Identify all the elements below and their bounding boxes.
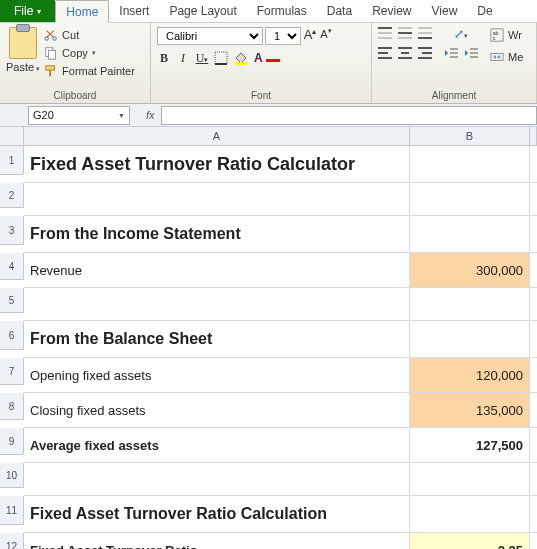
svg-rect-9	[266, 59, 280, 62]
align-center-button[interactable]	[398, 47, 412, 63]
format-painter-button[interactable]: Format Painter	[44, 63, 135, 79]
font-size-select[interactable]: 11	[265, 27, 301, 45]
chevron-down-icon[interactable]: ▼	[118, 112, 125, 119]
paintbrush-icon	[44, 64, 58, 78]
cell-b7[interactable]: 120,000	[410, 358, 530, 393]
merge-icon	[490, 50, 504, 64]
cell-a9[interactable]: Average fixed assets	[24, 428, 410, 463]
cell-c5[interactable]	[530, 288, 537, 321]
decrease-font-button[interactable]: A▾	[319, 27, 333, 43]
cell-a7[interactable]: Opening fixed assets	[24, 358, 410, 393]
align-top-button[interactable]	[378, 27, 392, 43]
cell-b10[interactable]	[410, 463, 530, 496]
cell-c2[interactable]	[530, 183, 537, 216]
increase-font-button[interactable]: A▴	[303, 27, 317, 43]
row-header[interactable]: 2	[0, 183, 24, 208]
copy-button[interactable]: Copy ▾	[44, 45, 135, 61]
increase-indent-button[interactable]	[464, 47, 478, 63]
italic-button[interactable]: I	[176, 51, 190, 67]
cell-b5[interactable]	[410, 288, 530, 321]
align-bottom-button[interactable]	[418, 27, 432, 43]
cell-c6[interactable]	[530, 321, 537, 358]
cell-b6[interactable]	[410, 321, 530, 358]
row-header[interactable]: 3	[0, 216, 24, 245]
wrap-text-button[interactable]: abc Wr	[490, 27, 523, 43]
row-header[interactable]: 11	[0, 496, 24, 525]
underline-button[interactable]: U▾	[195, 51, 209, 67]
cell-c10[interactable]	[530, 463, 537, 496]
cell-a10[interactable]	[24, 463, 410, 496]
formula-bar[interactable]	[161, 106, 537, 125]
col-header-a[interactable]: A	[24, 127, 410, 146]
tab-page-layout[interactable]: Page Layout	[159, 0, 246, 22]
row-header[interactable]: 4	[0, 253, 24, 280]
paste-button[interactable]: Paste	[6, 25, 40, 73]
svg-rect-19	[491, 54, 503, 61]
cell-b2[interactable]	[410, 183, 530, 216]
cell-a6[interactable]: From the Balance Sheet	[24, 321, 410, 358]
decrease-indent-button[interactable]	[444, 47, 458, 63]
cell-b12[interactable]: 2.35	[410, 533, 530, 549]
bold-button[interactable]: B	[157, 51, 171, 67]
tab-home[interactable]: Home	[55, 0, 109, 23]
border-button[interactable]	[214, 51, 228, 67]
row-header[interactable]: 5	[0, 288, 24, 313]
tab-file[interactable]: File	[0, 0, 55, 22]
cell-c4[interactable]	[530, 253, 537, 288]
copy-icon	[44, 46, 58, 60]
cell-b3[interactable]	[410, 216, 530, 253]
group-clipboard: Paste Cut Copy ▾	[0, 23, 151, 103]
ribbon-tabs: File Home Insert Page Layout Formulas Da…	[0, 0, 537, 23]
cell-c7[interactable]	[530, 358, 537, 393]
row-header[interactable]: 1	[0, 146, 24, 175]
row-header[interactable]: 10	[0, 463, 24, 488]
align-left-button[interactable]	[378, 47, 392, 63]
col-header-c[interactable]	[530, 127, 537, 146]
row-header[interactable]: 9	[0, 428, 24, 455]
fx-icon[interactable]: fx	[146, 109, 155, 121]
merge-button[interactable]: Me	[490, 49, 523, 65]
fill-color-button[interactable]	[233, 51, 249, 67]
cell-a1[interactable]: Fixed Asset Turnover Ratio Calculator	[24, 146, 410, 183]
tab-view[interactable]: View	[422, 0, 468, 22]
svg-rect-5	[49, 70, 51, 76]
cell-a3[interactable]: From the Income Statement	[24, 216, 410, 253]
cell-a8[interactable]: Closing fixed assets	[24, 393, 410, 428]
orientation-button[interactable]: ⤢▾	[444, 27, 478, 43]
cell-c9[interactable]	[530, 428, 537, 463]
cell-a2[interactable]	[24, 183, 410, 216]
row-header[interactable]: 7	[0, 358, 24, 385]
cut-label: Cut	[62, 29, 79, 41]
font-name-select[interactable]: Calibri	[157, 27, 263, 45]
font-color-button[interactable]: A	[254, 51, 280, 67]
name-box[interactable]: G20 ▼	[28, 106, 130, 125]
align-right-button[interactable]	[418, 47, 432, 63]
cell-c8[interactable]	[530, 393, 537, 428]
cell-c1[interactable]	[530, 146, 537, 183]
select-all-corner[interactable]	[0, 127, 24, 146]
tab-partial[interactable]: De	[467, 0, 502, 22]
cell-b9[interactable]: 127,500	[410, 428, 530, 463]
tab-review[interactable]: Review	[362, 0, 421, 22]
cell-a4[interactable]: Revenue	[24, 253, 410, 288]
cell-c3[interactable]	[530, 216, 537, 253]
row-header[interactable]: 6	[0, 321, 24, 350]
cell-b11[interactable]	[410, 496, 530, 533]
cell-a5[interactable]	[24, 288, 410, 321]
row-header[interactable]: 8	[0, 393, 24, 420]
cell-b8[interactable]: 135,000	[410, 393, 530, 428]
tab-data[interactable]: Data	[317, 0, 362, 22]
tab-insert[interactable]: Insert	[109, 0, 159, 22]
cell-b1[interactable]	[410, 146, 530, 183]
tab-formulas[interactable]: Formulas	[247, 0, 317, 22]
cell-c11[interactable]	[530, 496, 537, 533]
cell-a11[interactable]: Fixed Asset Turnover Ratio Calculation	[24, 496, 410, 533]
cell-b4[interactable]: 300,000	[410, 253, 530, 288]
cut-button[interactable]: Cut	[44, 27, 135, 43]
cell-c12[interactable]	[530, 533, 537, 549]
chevron-down-icon: ▾	[92, 49, 96, 57]
row-header[interactable]: 12	[0, 533, 24, 549]
cell-a12[interactable]: Fixed Asset Turnover Ratio	[24, 533, 410, 549]
align-middle-button[interactable]	[398, 27, 412, 43]
col-header-b[interactable]: B	[410, 127, 530, 146]
